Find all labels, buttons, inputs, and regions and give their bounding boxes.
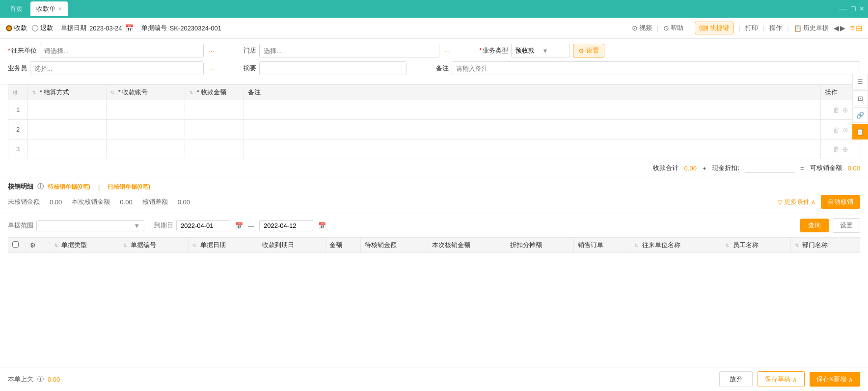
counterparty-more-btn[interactable]: ···	[209, 47, 214, 55]
abandon-btn[interactable]: 放弃	[719, 371, 753, 387]
radio-receive[interactable]: 收款	[6, 24, 27, 32]
due-date-label: 到期日	[154, 221, 173, 230]
summary-input[interactable]	[259, 61, 407, 75]
draft-btn[interactable]: 保存草稿 ∧	[758, 371, 805, 387]
settings-gear-btn[interactable]: ⚙ ⚙ 设置 设置	[573, 44, 604, 57]
row-settle-3[interactable]	[28, 140, 107, 159]
discount-input[interactable]	[745, 163, 794, 173]
verify-info-icon[interactable]: ⓘ	[37, 182, 44, 191]
calendar-icon[interactable]: 📅	[125, 24, 134, 32]
col-bill-type-header: ⇅ 单据类型	[50, 238, 119, 253]
summary-label: 摘要	[244, 64, 256, 73]
row-amount-3[interactable]	[185, 140, 244, 159]
close-icon[interactable]: ×	[58, 5, 62, 12]
row-account-3[interactable]	[107, 140, 185, 159]
store-input[interactable]	[259, 44, 439, 57]
right-icon-1[interactable]: ☰	[852, 74, 868, 89]
radio-refund[interactable]: 退款	[32, 24, 53, 32]
col-bill-no-header: ⇅ 单据编号	[119, 238, 188, 253]
tab-active[interactable]: 收款单 ×	[30, 1, 68, 16]
filter-settings-btn[interactable]: 设置	[833, 218, 860, 233]
draft-arrow-icon: ∧	[792, 376, 797, 383]
select-all-checkbox[interactable]	[12, 241, 19, 248]
top-toolbar: 收款 退款 单据日期 2023-03-24 📅 单据编号 SK-20230324…	[0, 18, 868, 39]
verify-section: 核销明细 ⓘ 待核销单据(0笔) | 已核销单据(0笔) 未核销金额 0.00 …	[0, 177, 868, 214]
tab-done[interactable]: 已核销单据(0笔)	[108, 183, 150, 191]
save-new-btn[interactable]: 保存&新增 ∧	[810, 372, 860, 387]
delete-icon-3[interactable]: 🗑	[833, 145, 840, 153]
row-note-3[interactable]	[244, 140, 821, 159]
verify-toolbar: 未核销金额 0.00 本次核销金额 0.00 核销差额 0.00 ▽ 更多条件 …	[8, 195, 860, 209]
staff-input[interactable]	[30, 61, 204, 75]
radio-receive-input[interactable]	[6, 25, 12, 31]
row-account-2[interactable]	[107, 120, 185, 140]
video-btn[interactable]: ⊙ 视频	[632, 24, 652, 32]
nav-next-icon[interactable]: ▶	[840, 24, 845, 32]
tab-active-label: 收款单	[36, 4, 55, 13]
row-amount-1[interactable]	[185, 100, 244, 120]
copy-icon-3[interactable]: ⊕	[842, 145, 848, 153]
tab-pending[interactable]: 待核销单据(0笔)	[48, 183, 90, 191]
auto-verify-btn[interactable]: 自动核销	[821, 195, 860, 209]
print-btn[interactable]: 打印	[745, 24, 758, 32]
row-account-1[interactable]	[107, 100, 185, 120]
right-icon-4[interactable]: 📋	[852, 124, 868, 140]
business-type-select[interactable]: 预收款 ▼	[511, 44, 570, 57]
due-date-to-input[interactable]	[259, 220, 313, 231]
nav-prev-icon[interactable]: ◀	[834, 24, 839, 32]
right-icon-2[interactable]: ⊡	[852, 90, 868, 106]
right-icon-3[interactable]: 🔗	[852, 107, 868, 123]
counterparty-label: *往来单位	[8, 46, 37, 55]
delete-icon-1[interactable]: 🗑	[833, 106, 840, 114]
video-icon: ⊙	[632, 24, 638, 32]
range-arrow-icon: ▼	[134, 222, 140, 229]
divider5: |	[787, 25, 788, 32]
row-amount-2[interactable]	[185, 120, 244, 140]
window-max-icon[interactable]: □	[851, 4, 856, 13]
row-note-2[interactable]	[244, 120, 821, 140]
view-form-icon[interactable]: ⊟	[856, 24, 862, 33]
help-icon: ⊙	[663, 24, 669, 32]
staff-more-btn[interactable]: ···	[209, 65, 214, 72]
calendar-to-icon[interactable]: 📅	[318, 222, 326, 229]
query-btn[interactable]: 查询	[800, 219, 829, 232]
operation-btn[interactable]: 操作	[769, 24, 782, 32]
view-list-icon[interactable]: ≡	[850, 24, 855, 32]
help-btn[interactable]: ⊙ 帮助	[663, 24, 683, 32]
remark-label: 备注	[436, 64, 449, 73]
row-note-1[interactable]	[244, 100, 821, 120]
copy-icon-2[interactable]: ⊕	[842, 126, 848, 134]
col-due-date-header: 收款到期日	[258, 238, 325, 253]
more-conditions-btn[interactable]: ▽ 更多条件 ∧	[778, 197, 816, 206]
table-gear-icon[interactable]: ⚙	[12, 89, 18, 96]
delete-icon-2[interactable]: 🗑	[833, 126, 840, 134]
plus-sign: +	[703, 165, 706, 172]
copy-icon-1[interactable]: ⊕	[842, 106, 848, 114]
diff-value: 0.00	[178, 198, 190, 206]
window-min-icon[interactable]: —	[839, 4, 847, 13]
history-btn[interactable]: 📋 历史单据	[794, 24, 829, 32]
counterparty-input[interactable]	[40, 44, 204, 57]
window-close-icon[interactable]: ×	[860, 4, 864, 13]
tab-home[interactable]: 首页	[4, 1, 28, 16]
store-more-btn[interactable]: ···	[444, 47, 450, 55]
filter-right: 查询 设置	[800, 218, 860, 233]
remark-input[interactable]	[452, 61, 860, 75]
order-info-icon[interactable]: ⓘ	[37, 375, 44, 384]
radio-refund-input[interactable]	[32, 25, 38, 31]
table-row: 2 🗑 ⊕	[8, 120, 860, 140]
tab-bar-left: 首页 收款单 ×	[4, 1, 68, 16]
gear-column-header[interactable]: ⚙	[8, 85, 28, 100]
col-gear-header[interactable]: ⚙	[26, 238, 50, 253]
calendar-from-icon[interactable]: 📅	[235, 222, 243, 229]
sort-icon: ⇅	[32, 90, 36, 95]
row-settle-1[interactable]	[28, 100, 107, 120]
row-num-1: 1	[8, 100, 28, 120]
save-new-arrow-icon: ∧	[848, 376, 853, 383]
range-select[interactable]: ▼	[36, 220, 144, 231]
shortcut-btn[interactable]: ⌨ 快捷键	[695, 22, 733, 34]
row-settle-2[interactable]	[28, 120, 107, 140]
main-content: 收款 退款 单据日期 2023-03-24 📅 单据编号 SK-20230324…	[0, 18, 868, 391]
tab-divider: |	[98, 183, 100, 191]
due-date-from-input[interactable]	[176, 220, 230, 231]
